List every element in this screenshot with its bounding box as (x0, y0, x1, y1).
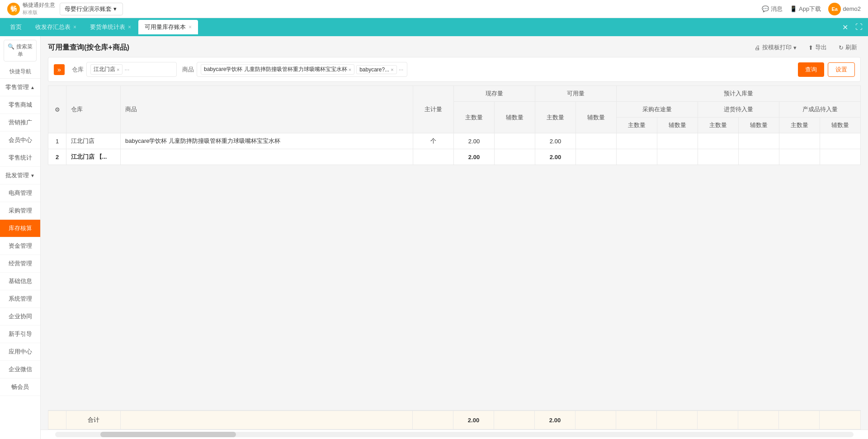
tab-home[interactable]: 首页 (4, 20, 28, 34)
inventory-table: ⚙ 仓库 商品 主计量 现存量 可用量 预计入库量 主数量 辅数量 主数量 辅数… (48, 85, 861, 165)
page-title: 可用量查询(按仓库+商品) (48, 43, 129, 52)
th-unit: 主计量 (413, 86, 454, 133)
cell-produced-main-2 (779, 149, 820, 165)
sidebar-item-retail-mall[interactable]: 零售商城 (0, 96, 40, 114)
close-tab-stock-summary[interactable]: × (73, 24, 76, 30)
tab-available-stock[interactable]: 可用量库存账本 × (138, 20, 198, 34)
sidebar-item-member[interactable]: 畅会员 (0, 378, 40, 396)
cell-warehouse-2: 江北门店 【... (66, 149, 121, 165)
sidebar-item-retail-management[interactable]: 零售管理 ▲ (0, 79, 40, 96)
table-wrapper: ⚙ 仓库 商品 主计量 现存量 可用量 预计入库量 主数量 辅数量 主数量 辅数… (41, 85, 868, 410)
page-actions: 🖨 按模板打印 ▾ ⬆ 导出 ↻ 刷新 (751, 42, 861, 53)
scroll-bar-area (41, 430, 868, 439)
nav-tabs: 首页 收发存汇总表 × 要货单统计表 × 可用量库存账本 × ✕ ⛶ (0, 18, 868, 36)
print-button[interactable]: 🖨 按模板打印 ▾ (751, 42, 800, 53)
sidebar-item-operations[interactable]: 经营管理 (0, 255, 40, 273)
table-row: 1 江北门店 babycare学饮杯 儿童防摔防撞吸管杯重力球吸嘴杯宝宝水杯 个… (48, 133, 861, 149)
tab-order-stats[interactable]: 要货单统计表 × (84, 20, 137, 34)
settings-button[interactable]: 设置 (828, 62, 855, 77)
remove-product-tag[interactable]: × (349, 67, 351, 72)
message-icon: 💬 (762, 5, 769, 12)
sidebar-item-purchasing[interactable]: 采购管理 (0, 202, 40, 220)
warehouse-input[interactable]: 江北门店 × ··· (86, 62, 177, 77)
cell-seq-2: 2 (48, 149, 66, 165)
close-tab-order-stats[interactable]: × (128, 24, 131, 30)
sidebar-item-marketing[interactable]: 营销推广 (0, 114, 40, 132)
sidebar-item-retail-stats[interactable]: 零售统计 (0, 149, 40, 167)
footer-produced-aux (820, 411, 860, 429)
user-action[interactable]: Ea demo2 (828, 3, 861, 15)
product-tag-2: babycare?... × (356, 65, 396, 74)
sidebar-item-member-center[interactable]: 会员中心 (0, 132, 40, 149)
product-more-icon[interactable]: ··· (399, 66, 404, 73)
sidebar-item-wechat-enterprise[interactable]: 企业微信 (0, 361, 40, 378)
cell-purchase-main-1 (617, 133, 657, 149)
chevron-icon: ▲ (30, 85, 35, 90)
sidebar-item-app-center[interactable]: 应用中心 (0, 343, 40, 361)
sidebar-item-inventory[interactable]: 库存核算 (0, 220, 40, 237)
query-button[interactable]: 查询 (798, 62, 824, 77)
double-right-icon: » (57, 66, 61, 73)
filter-row: 仓库 江北门店 × ··· 商品 babycare学饮杯 儿童防摔防撞吸管杯重力… (72, 62, 791, 77)
message-action[interactable]: 💬 消息 (762, 5, 783, 13)
footer-product-cell (121, 411, 413, 429)
footer-stock-main: 2.00 (453, 411, 494, 429)
app-download-action[interactable]: 📱 App下载 (790, 5, 821, 13)
sidebar-item-finance[interactable]: 资金管理 (0, 237, 40, 255)
cell-purchase-aux-1 (657, 133, 698, 149)
sidebar-item-ecommerce[interactable]: 电商管理 (0, 184, 40, 202)
footer-incoming-main (698, 411, 738, 429)
footer-produced-main (779, 411, 820, 429)
filter-area: » 仓库 江北门店 × ··· 商品 (48, 57, 861, 82)
avatar: Ea (828, 3, 841, 15)
sidebar-item-wholesale[interactable]: 批发管理 ▼ (0, 167, 40, 184)
chevron-down-icon: ▾ (113, 5, 117, 12)
expand-icon[interactable]: ⛶ (854, 21, 864, 33)
sidebar-search-area: 🔍 搜索菜单 (0, 36, 40, 65)
product-tag-1: babycare学饮杯 儿童防摔防撞吸管杯重力球吸嘴杯宝宝水杯 × (201, 64, 354, 75)
sidebar-item-system[interactable]: 系统管理 (0, 290, 40, 308)
warehouse-filter-group: 仓库 江北门店 × ··· (72, 62, 177, 77)
cell-avail-aux-2 (576, 149, 617, 165)
th-produced-main: 主数量 (779, 118, 820, 133)
settings-icon[interactable]: ⚙ (55, 106, 60, 113)
refresh-icon: ↻ (839, 44, 844, 51)
horizontal-scrollbar[interactable] (55, 432, 854, 437)
table-row: 2 江北门店 【... 2.00 2.00 (48, 149, 861, 165)
cell-purchase-aux-2 (657, 149, 698, 165)
sidebar-quick-nav[interactable]: 快捷导航 (0, 65, 40, 79)
industry-selector[interactable]: 母婴行业演示账套 ▾ (60, 3, 123, 15)
th-purchase-main: 主数量 (617, 118, 657, 133)
close-all-tabs-icon[interactable]: ✕ (840, 21, 850, 33)
logo-sub: 标准版 (23, 9, 55, 16)
sidebar-item-enterprise-collab[interactable]: 企业协同 (0, 308, 40, 326)
th-group-stock: 现存量 (454, 86, 535, 102)
print-icon: 🖨 (755, 44, 760, 51)
sidebar-item-basic-info[interactable]: 基础信息 (0, 273, 40, 290)
filter-actions: 查询 设置 (798, 62, 855, 77)
warehouse-more-icon[interactable]: ··· (124, 66, 129, 73)
footer-label (48, 411, 66, 429)
export-button[interactable]: ⬆ 导出 (805, 42, 830, 53)
filter-expand-button[interactable]: » (54, 64, 65, 75)
refresh-button[interactable]: ↻ 刷新 (835, 42, 861, 53)
sidebar-search-button[interactable]: 🔍 搜索菜单 (4, 40, 37, 61)
cell-stock-main-1: 2.00 (454, 133, 495, 149)
remove-warehouse-tag[interactable]: × (117, 67, 119, 72)
nav-tabs-right: ✕ ⛶ (840, 21, 864, 33)
scroll-thumb[interactable] (100, 432, 236, 437)
search-icon: 🔍 (8, 43, 14, 50)
content-area: 可用量查询(按仓库+商品) 🖨 按模板打印 ▾ ⬆ 导出 ↻ 刷新 (41, 36, 868, 439)
cell-unit-2 (413, 149, 454, 165)
remove-product-tag2[interactable]: × (391, 67, 393, 72)
tab-stock-summary[interactable]: 收发存汇总表 × (29, 20, 83, 34)
th-production-pending: 产成品待入量 (779, 102, 861, 118)
product-input[interactable]: babycare学饮杯 儿童防摔防撞吸管杯重力球吸嘴杯宝宝水杯 × babyca… (197, 62, 407, 77)
cell-incoming-main-1 (698, 133, 739, 149)
th-stock-main: 主数量 (454, 102, 495, 133)
cell-product-1: babycare学饮杯 儿童防摔防撞吸管杯重力球吸嘴杯宝宝水杯 (121, 133, 413, 149)
close-tab-available-stock[interactable]: × (189, 24, 192, 30)
sidebar-item-newbie-guide[interactable]: 新手引导 (0, 326, 40, 343)
cell-stock-aux-2 (495, 149, 535, 165)
th-settings: ⚙ (48, 86, 66, 133)
